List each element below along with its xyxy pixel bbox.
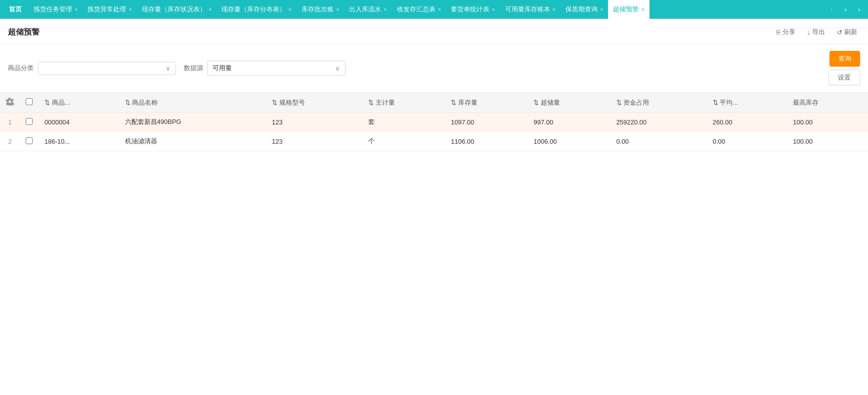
cell-product-code: 186-10... [39,132,119,151]
header-actions: ⎘ 分享 ↓ 导出 ↺ 刷新 [774,26,861,39]
close-icon-active[interactable]: × [641,6,644,12]
col-max-stock: 最高库存 [787,93,868,113]
nav-home[interactable]: 首页 [2,0,29,19]
close-icon[interactable]: × [288,6,291,12]
col-over-stock: ⇅ 超储量 [527,93,610,113]
cell-over-stock: 997.00 [527,113,610,132]
col-over-stock-sort-icon[interactable]: ⇅ [533,99,539,106]
nav-next-button[interactable]: › [838,0,852,19]
close-icon[interactable]: × [600,6,603,12]
query-button[interactable]: 查询 [829,51,860,67]
col-spec-sort-icon[interactable]: ⇅ [272,99,277,106]
cell-stock: 1106.00 [445,132,527,151]
chevron-down-icon: ∨ [335,65,340,72]
close-icon[interactable]: × [75,6,78,12]
category-select[interactable]: ∨ [38,62,176,75]
nav-arrows: ‹ › › [825,0,866,19]
cell-avg: 0.00 [707,132,787,151]
row-number: 1 [0,113,20,132]
datasource-select[interactable]: 可用量 ∨ [207,61,346,76]
cell-max-stock: 100.00 [787,113,868,132]
select-all-header [20,93,39,113]
export-button[interactable]: ↓ 导出 [804,26,828,39]
nav-item-10[interactable]: 保质期查询 × [561,0,608,19]
row-checkbox[interactable] [26,118,33,125]
chevron-down-icon: ∨ [166,65,171,72]
cell-avg: 260.00 [707,113,787,132]
gear-icon[interactable] [6,98,14,106]
col-avg: ⇅ 平均... [707,93,787,113]
col-spec: ⇅ 规格型号 [266,93,362,113]
cell-capital: 259220.00 [610,113,707,132]
nav-item-4[interactable]: 现存量（库存分布表） × [217,0,296,19]
col-unit-sort-icon[interactable]: ⇅ [368,99,374,106]
share-icon: ⎘ [777,29,781,36]
page-header: 超储预警 ⎘ 分享 ↓ 导出 ↺ 刷新 [0,19,868,44]
page-title: 超储预警 [8,27,40,38]
cell-product-name: 机油滤清器 [119,132,266,151]
row-number: 2 [0,132,20,151]
close-icon[interactable]: × [209,6,212,12]
gear-column-header [0,93,20,113]
cell-stock: 1097.00 [445,113,527,132]
col-product-code: ⇅ 商品... [39,93,119,113]
table-row: 2 186-10... 机油滤清器 123 个 1106.00 1006.00 … [0,132,868,151]
close-icon[interactable]: × [553,6,556,12]
filter-right-buttons: 查询 设置 [828,51,860,85]
col-product-name: ⇅ 商品名称 [119,93,266,113]
close-icon[interactable]: × [384,6,387,12]
col-unit: ⇅ 主计量 [362,93,445,113]
nav-item-8[interactable]: 要货单统计表 × [446,0,500,19]
settings-button[interactable]: 设置 [828,70,860,85]
cell-product-name: 六配套新昌490BPG [119,113,266,132]
refresh-button[interactable]: ↺ 刷新 [834,26,860,39]
nav-item-9[interactable]: 可用量库存账本 × [500,0,561,19]
close-icon[interactable]: × [438,6,441,12]
row-checkbox-cell [20,132,39,151]
cell-spec: 123 [266,113,362,132]
filter-group-datasource: 数据源 可用量 ∨ [184,61,346,76]
datasource-value: 可用量 [213,64,232,73]
nav-item-1[interactable]: 拣货任务管理 × [29,0,83,19]
filter-group-category: 商品分类 ∨ [8,62,176,75]
cell-spec: 123 [266,132,362,151]
close-icon[interactable]: × [336,6,339,12]
category-label: 商品分类 [8,64,34,73]
close-icon[interactable]: × [492,6,495,12]
nav-bar: 首页 拣货任务管理 × 拣货异常处理 × 现存量（库存状况表） × 现存量（库存… [0,0,868,19]
select-all-checkbox[interactable] [26,98,33,105]
nav-more-button[interactable]: › [852,0,866,19]
col-capital: ⇅ 资金占用 [610,93,707,113]
nav-prev-button[interactable]: ‹ [825,0,838,19]
nav-item-7[interactable]: 收发存汇总表 × [392,0,446,19]
col-stock-sort-icon[interactable]: ⇅ [451,99,456,106]
share-button[interactable]: ⎘ 分享 [774,26,798,39]
nav-item-3[interactable]: 现存量（库存状况表） × [137,0,217,19]
row-checkbox-cell [20,113,39,132]
datasource-label: 数据源 [184,64,203,73]
col-capital-sort-icon[interactable]: ⇅ [616,99,622,106]
close-icon[interactable]: × [129,6,131,12]
table-row: 1 0000004 六配套新昌490BPG 123 套 1097.00 997.… [0,113,868,132]
nav-item-5[interactable]: 库存批次账 × [297,0,344,19]
nav-item-11-active[interactable]: 超储预警 × [608,0,649,19]
col-stock: ⇅ 库存量 [445,93,527,113]
cell-unit: 套 [362,113,445,132]
page-container: 超储预警 ⎘ 分享 ↓ 导出 ↺ 刷新 商品分类 ∨ 数据源 [0,19,868,395]
table-header-row: ⇅ 商品... ⇅ 商品名称 ⇅ 规格型号 ⇅ 主计量 [0,93,868,113]
cell-unit: 个 [362,132,445,151]
col-product-name-sort-icon[interactable]: ⇅ [125,99,130,106]
cell-capital: 0.00 [610,132,707,151]
col-product-code-sort-icon[interactable]: ⇅ [44,99,50,106]
table-container: ⇅ 商品... ⇅ 商品名称 ⇅ 规格型号 ⇅ 主计量 [0,92,868,151]
refresh-icon: ↺ [837,29,842,36]
nav-item-6[interactable]: 出入库流水 × [344,0,391,19]
cell-over-stock: 1006.00 [527,132,610,151]
filter-area: 商品分类 ∨ 数据源 可用量 ∨ 查询 设置 [0,44,868,92]
export-icon: ↓ [807,29,811,36]
row-checkbox[interactable] [26,137,33,144]
cell-max-stock: 100.00 [787,132,868,151]
cell-product-code: 0000004 [39,113,119,132]
col-avg-sort-icon[interactable]: ⇅ [713,99,718,106]
nav-item-2[interactable]: 拣货异常处理 × [83,0,136,19]
